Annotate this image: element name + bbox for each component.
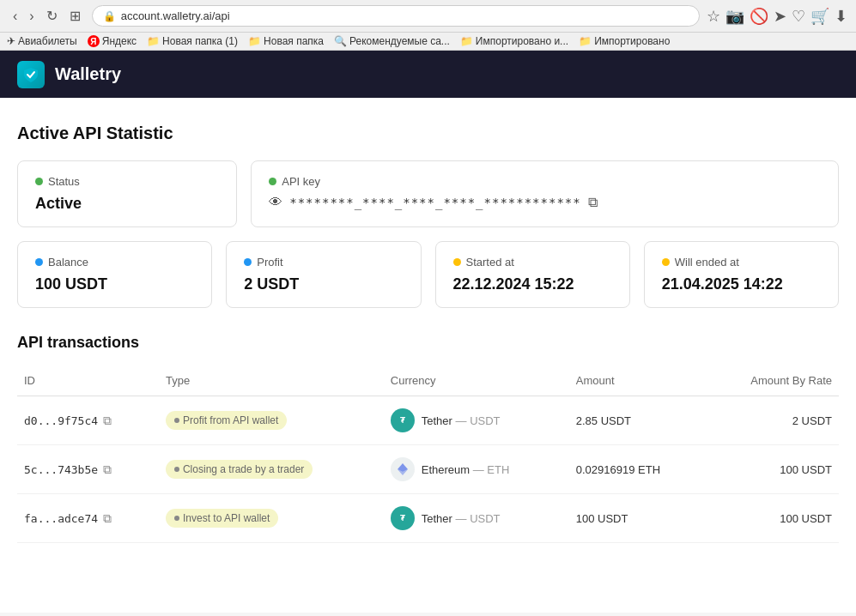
refresh-button[interactable]: ↻ bbox=[42, 6, 62, 26]
tx-amount: 100 USDT bbox=[569, 494, 707, 543]
download-icon[interactable]: ⬇ bbox=[835, 7, 847, 26]
api-key-label: API key bbox=[269, 175, 821, 188]
bookmark-label: Рекомендуемые са... bbox=[349, 35, 450, 47]
grid-button[interactable]: ⊞ bbox=[65, 6, 85, 26]
bookmark-label: Новая папка (1) bbox=[162, 35, 238, 47]
balance-value: 100 USDT bbox=[35, 275, 194, 293]
ended-label: Will ended at bbox=[662, 256, 821, 269]
started-value: 22.12.2024 15:22 bbox=[453, 275, 612, 293]
tether-icon: ₮ bbox=[391, 408, 415, 432]
col-type: Type bbox=[159, 365, 384, 396]
balance-label: Balance bbox=[35, 256, 194, 269]
col-currency: Currency bbox=[384, 365, 569, 396]
tx-amount: 2.85 USDT bbox=[569, 396, 707, 445]
send-icon[interactable]: ➤ bbox=[774, 7, 786, 26]
balance-card: Balance 100 USDT bbox=[17, 241, 212, 308]
lock-icon: 🔒 bbox=[103, 10, 116, 22]
status-value: Active bbox=[35, 195, 219, 213]
back-button[interactable]: ‹ bbox=[9, 6, 21, 26]
copy-tx-button[interactable]: ⧉ bbox=[103, 511, 112, 526]
api-key-masked: ********_****_****_****_************ bbox=[289, 196, 580, 209]
page-title: Active API Statistic bbox=[17, 124, 839, 143]
app-title: Walletry bbox=[55, 64, 121, 84]
svg-text:₮: ₮ bbox=[400, 514, 406, 522]
profit-value: 2 USDT bbox=[244, 275, 403, 293]
copy-tx-button[interactable]: ⧉ bbox=[103, 462, 112, 477]
table-row: fa...adce74 ⧉ Invest to API wallet ₮ Tet… bbox=[17, 494, 839, 543]
bookmark-yandex[interactable]: Я Яндекс bbox=[88, 35, 137, 47]
tx-id: fa...adce74 ⧉ bbox=[24, 511, 152, 526]
bookmark-folder2[interactable]: 📁 Новая папка bbox=[248, 35, 324, 47]
tx-id-text: fa...adce74 bbox=[24, 512, 98, 525]
bookmark-imported1[interactable]: 📁 Импортировано и... bbox=[460, 35, 568, 47]
tx-id-text: d0...9f75c4 bbox=[24, 414, 98, 427]
api-key-value: 👁 ********_****_****_****_************ ⧉ bbox=[269, 195, 821, 210]
address-bar[interactable]: 🔒 account.walletry.ai/api bbox=[92, 5, 700, 27]
bookmark-imported2[interactable]: 📁 Импортировано bbox=[579, 35, 670, 47]
svg-text:₮: ₮ bbox=[400, 416, 406, 425]
forward-button[interactable]: › bbox=[25, 6, 38, 26]
started-card: Started at 22.12.2024 15:22 bbox=[435, 241, 630, 308]
bookmark-label: Авиабилеты bbox=[18, 35, 77, 47]
folder-icon: 📁 bbox=[460, 35, 473, 47]
stats-row-1: Status Active API key 👁 ********_****_**… bbox=[17, 160, 839, 227]
tx-amount-by-rate: 100 USDT bbox=[706, 445, 839, 494]
tx-type-badge: Closing a trade by a trader bbox=[166, 460, 313, 479]
table-body: d0...9f75c4 ⧉ Profit from API wallet ₮ T… bbox=[17, 396, 839, 543]
tether-icon: ₮ bbox=[391, 506, 415, 530]
tx-type-badge: Invest to API wallet bbox=[166, 509, 278, 528]
star-icon[interactable]: ☆ bbox=[707, 7, 720, 26]
transactions-title: API transactions bbox=[17, 334, 839, 352]
heart-icon[interactable]: ♡ bbox=[792, 7, 805, 26]
badge-dot bbox=[174, 467, 179, 472]
currency-name: Tether — USDT bbox=[422, 414, 501, 427]
stats-row-2: Balance 100 USDT Profit 2 USDT Started a… bbox=[17, 241, 839, 308]
bookmark-label: Новая папка bbox=[264, 35, 324, 47]
tx-id: d0...9f75c4 ⧉ bbox=[24, 414, 152, 428]
folder-icon: 📁 bbox=[248, 35, 261, 47]
search-icon: 🔍 bbox=[334, 35, 347, 47]
copy-api-key-button[interactable]: ⧉ bbox=[588, 195, 598, 210]
currency-cell: ₮ Tether — USDT bbox=[391, 408, 562, 432]
bookmark-recommended[interactable]: 🔍 Рекомендуемые са... bbox=[334, 35, 450, 47]
tx-id: 5c...743b5e ⧉ bbox=[24, 462, 152, 477]
main-content: Active API Statistic Status Active API k… bbox=[0, 98, 856, 613]
bookmark-icon: Я bbox=[88, 35, 100, 47]
app-header: Walletry bbox=[0, 51, 856, 98]
copy-tx-button[interactable]: ⧉ bbox=[103, 414, 112, 428]
tx-amount-by-rate: 100 USDT bbox=[706, 494, 839, 543]
status-card: Status Active bbox=[17, 160, 237, 227]
api-key-card: API key 👁 ********_****_****_****_******… bbox=[251, 160, 839, 227]
started-label: Started at bbox=[453, 256, 612, 269]
eth-icon bbox=[391, 457, 415, 481]
logo-svg bbox=[21, 65, 40, 84]
currency-ticker: — USDT bbox=[456, 512, 501, 525]
currency-name: Ethereum — ETH bbox=[422, 463, 510, 476]
col-amount: Amount bbox=[569, 365, 707, 396]
bookmarks-bar: ✈ Авиабилеты Я Яндекс 📁 Новая папка (1) … bbox=[0, 33, 856, 51]
eye-icon[interactable]: 👁 bbox=[269, 195, 282, 210]
app-logo bbox=[17, 61, 45, 88]
balance-dot bbox=[35, 258, 43, 266]
block-icon[interactable]: 🚫 bbox=[750, 7, 768, 26]
camera-icon[interactable]: 📷 bbox=[725, 7, 744, 26]
bookmark-label: Яндекс bbox=[102, 35, 137, 47]
currency-ticker: — ETH bbox=[473, 463, 510, 476]
bookmark-aviabilety[interactable]: ✈ Авиабилеты bbox=[7, 35, 77, 47]
cart-icon[interactable]: 🛒 bbox=[810, 7, 829, 26]
profit-dot bbox=[244, 258, 252, 266]
status-label: Status bbox=[35, 175, 219, 188]
table-row: d0...9f75c4 ⧉ Profit from API wallet ₮ T… bbox=[17, 396, 839, 445]
currency-cell: Ethereum — ETH bbox=[391, 457, 562, 481]
ended-dot bbox=[662, 258, 670, 266]
badge-dot bbox=[174, 418, 179, 423]
started-dot bbox=[453, 258, 461, 266]
bookmark-folder1[interactable]: 📁 Новая папка (1) bbox=[147, 35, 238, 47]
browser-navigation[interactable]: ‹ › ↻ ⊞ bbox=[9, 6, 85, 26]
status-dot bbox=[35, 178, 43, 185]
folder-icon: 📁 bbox=[579, 35, 592, 47]
browser-bar: ‹ › ↻ ⊞ 🔒 account.walletry.ai/api ☆ 📷 🚫 … bbox=[0, 0, 856, 33]
currency-name: Tether — USDT bbox=[422, 512, 501, 525]
table-row: 5c...743b5e ⧉ Closing a trade by a trade… bbox=[17, 445, 839, 494]
badge-dot bbox=[174, 516, 179, 521]
